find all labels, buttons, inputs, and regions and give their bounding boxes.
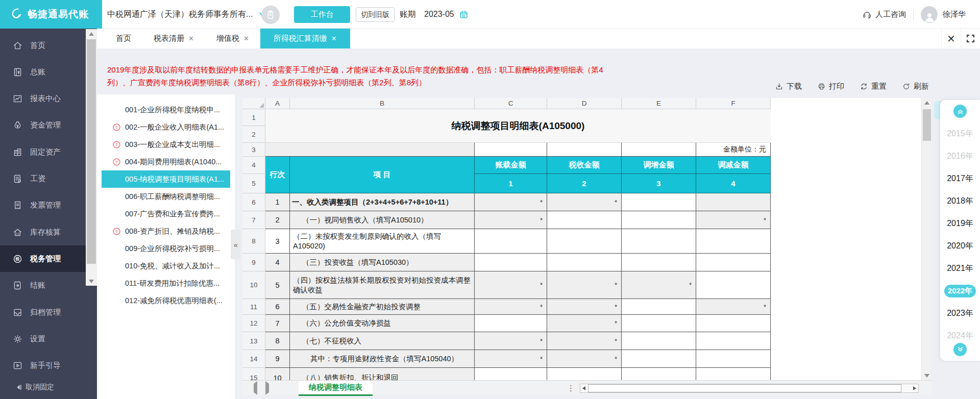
unpin-button[interactable]: 取消固定 [15, 380, 54, 395]
money-cell[interactable]: * [547, 315, 622, 332]
report-list-item[interactable]: 009-企业所得税弥补亏损明... [102, 240, 230, 257]
calendar-icon[interactable] [459, 10, 469, 19]
scroll-left-arrow-icon[interactable] [580, 384, 587, 392]
money-cell[interactable] [622, 254, 696, 271]
horizontal-scrollbar-thumb[interactable] [588, 384, 901, 392]
sidebar-scrollbar-thumb[interactable] [87, 39, 96, 264]
item-cell[interactable]: （五）交易性金融资产初始投资调整 [290, 299, 475, 315]
row-header-13[interactable]: 13 [242, 332, 265, 350]
report-list-item[interactable]: 010-免税、减计收入及加计... [102, 257, 230, 275]
money-cell[interactable] [622, 368, 696, 380]
money-cell[interactable] [696, 193, 771, 211]
line-number-cell[interactable]: 1 [265, 193, 290, 211]
scroll-up-arrow-icon[interactable] [922, 98, 932, 107]
sheet-horizontal-scrollbar[interactable] [580, 384, 919, 393]
prev-sheet-arrow[interactable] [254, 384, 257, 393]
money-cell[interactable] [696, 254, 771, 271]
item-cell[interactable]: （二）未按权责发生制原则确认的收入（填写A105020) [290, 229, 475, 254]
sidebar-item-settings[interactable]: 设置 [0, 326, 86, 352]
money-cell[interactable] [622, 350, 696, 368]
scroll-down-arrow-icon[interactable] [86, 277, 97, 286]
item-cell[interactable]: （三）投资收益（填写A105030） [290, 254, 475, 271]
user-name[interactable]: 徐泽华 [943, 10, 966, 19]
row-header-12[interactable]: 12 [242, 315, 265, 332]
money-cell[interactable] [696, 332, 771, 350]
cell[interactable] [265, 143, 475, 157]
money-cell[interactable] [475, 368, 547, 380]
item-cell[interactable]: （一）视同销售收入（填写A105010） [290, 211, 475, 229]
support-button[interactable]: 人工咨询 [862, 10, 906, 19]
reset-button[interactable]: 重置 [860, 82, 887, 91]
report-list-item[interactable]: 001-企业所得税年度纳税申... [102, 101, 230, 118]
sheet-vertical-scrollbar[interactable] [921, 98, 932, 380]
money-cell[interactable] [696, 315, 771, 332]
tab-close-icon[interactable]: ✕ [243, 35, 249, 42]
line-number-cell[interactable]: 3 [265, 229, 290, 254]
money-cell[interactable]: * [475, 211, 547, 229]
year-item[interactable]: 2020年 [940, 235, 980, 257]
money-cell[interactable] [547, 368, 622, 380]
cell[interactable] [622, 143, 696, 157]
item-cell[interactable]: （六）公允价值变动净损益 [290, 315, 475, 332]
column-header-D[interactable]: D [547, 98, 622, 109]
tab-close-icon[interactable]: ✕ [188, 35, 194, 42]
sidebar-item-asset[interactable]: 固定资产 [0, 139, 86, 165]
year-item[interactable]: 2021年 [940, 257, 980, 280]
tab-3[interactable]: 增值税✕ [205, 29, 260, 48]
row-header-7[interactable]: 7 [242, 211, 265, 229]
year-item[interactable]: 2018年 [940, 190, 980, 212]
money-cell[interactable] [475, 254, 547, 271]
sidebar-item-ledger[interactable]: 总账 [0, 59, 86, 85]
line-number-cell[interactable]: 6 [265, 299, 290, 315]
money-cell[interactable] [622, 193, 696, 211]
fullscreen-button[interactable] [961, 29, 980, 48]
money-cell[interactable]: * [547, 332, 622, 350]
item-cell[interactable]: （七）不征税收入 [290, 332, 475, 350]
money-cell[interactable] [547, 211, 622, 229]
line-number-cell[interactable]: 9 [265, 350, 290, 368]
row-header-6[interactable]: 6 [242, 193, 265, 211]
sidebar-item-home[interactable]: 首页 [0, 32, 86, 59]
year-item[interactable]: 2016年 [940, 145, 980, 167]
money-cell[interactable]: * [475, 299, 547, 315]
row-header-8[interactable]: 8 [242, 229, 265, 254]
tab-1[interactable]: 首页 [105, 29, 142, 48]
line-number-cell[interactable]: 7 [265, 315, 290, 332]
year-item[interactable]: 2017年 [940, 167, 980, 190]
sidebar-item-archive[interactable]: 归档管理 [0, 299, 86, 326]
download-button[interactable]: 下载 [775, 82, 802, 91]
report-list-item[interactable]: 007-广告费和业务宣传费跨... [102, 205, 230, 222]
tab-2[interactable]: 税表清册✕ [142, 29, 205, 48]
year-item[interactable]: 2019年 [940, 212, 980, 235]
money-cell[interactable] [622, 229, 696, 254]
cell[interactable] [547, 143, 622, 157]
sidebar-item-invoice[interactable]: 发票管理 [0, 192, 86, 219]
year-item[interactable]: 2023年 [940, 302, 980, 325]
money-cell[interactable] [696, 368, 771, 380]
report-list-item[interactable]: 012-减免所得税优惠明细表(... [102, 292, 230, 309]
sidebar-item-closing[interactable]: 结账 [0, 272, 86, 299]
line-number-cell[interactable]: 2 [265, 211, 290, 229]
money-cell[interactable]: * [696, 299, 771, 315]
money-cell[interactable]: * [475, 332, 547, 350]
year-item[interactable]: 2015年 [940, 122, 980, 145]
money-cell[interactable] [696, 271, 771, 299]
report-list-item[interactable]: ?008-资产折旧、摊销及纳税... [102, 222, 230, 240]
report-list-item[interactable]: ?003-一般企业成本支出明细... [102, 136, 230, 153]
line-number-cell[interactable]: 10 [265, 368, 290, 380]
item-cell[interactable]: 一、收入类调整项目（2+3+4+5+6+7+8+10+11） [290, 193, 475, 211]
print-button[interactable]: 打印 [817, 82, 844, 91]
period-value[interactable]: 2023-05 [424, 10, 454, 19]
workbench-button[interactable]: 工作台 [294, 6, 350, 23]
money-cell[interactable]: * [622, 271, 696, 299]
unit-note-cell[interactable]: 金额单位：元 [696, 143, 771, 157]
item-cell[interactable]: 其中：专项用途财政性资金（填写A105040） [290, 350, 475, 368]
select-all-corner-cell[interactable] [242, 98, 265, 109]
item-cell[interactable]: （四）按权益法核算长期股权投资对初始投资成本调整确认收益 [290, 271, 475, 299]
close-button[interactable]: ✕ [941, 29, 961, 48]
more-options-icon[interactable]: ⋮ [567, 381, 575, 396]
row-header-11[interactable]: 11 [242, 299, 265, 315]
year-item[interactable]: 2022年 [940, 280, 980, 302]
column-header-E[interactable]: E [622, 98, 696, 109]
years-scroll-down-button[interactable] [953, 343, 967, 356]
